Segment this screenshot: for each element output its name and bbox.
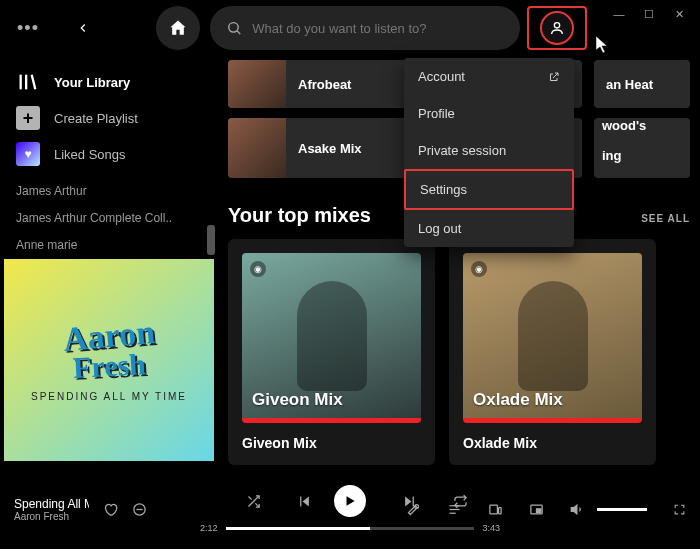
home-button[interactable] bbox=[156, 6, 200, 50]
volume-button[interactable] bbox=[570, 502, 585, 517]
svg-marker-8 bbox=[303, 496, 309, 506]
sidebar-item-label: Create Playlist bbox=[54, 111, 138, 126]
menu-label: Profile bbox=[418, 106, 455, 121]
heart-outline-icon bbox=[103, 502, 118, 517]
svg-point-2 bbox=[554, 23, 559, 28]
play-icon bbox=[343, 494, 357, 508]
search-input[interactable] bbox=[252, 21, 504, 36]
skip-forward-icon bbox=[402, 494, 417, 509]
dislike-button[interactable] bbox=[132, 502, 147, 517]
section-title: Your top mixes bbox=[228, 204, 371, 227]
sidebar: Your Library + Create Playlist ♥ Liked S… bbox=[0, 56, 218, 469]
now-playing-cover[interactable]: Aaron Fresh SPENDING ALL MY TIME bbox=[4, 259, 214, 461]
mix-overlay-name: Oxlade Mix bbox=[473, 390, 563, 410]
chevron-left-icon bbox=[76, 21, 90, 35]
spotify-logo-icon: ◉ bbox=[250, 261, 266, 277]
mix-image: ◉ Giveon Mix bbox=[242, 253, 421, 423]
search-container[interactable] bbox=[210, 6, 520, 50]
next-button[interactable] bbox=[402, 494, 417, 509]
see-all-link[interactable]: SEE ALL bbox=[641, 213, 690, 224]
sidebar-create-playlist[interactable]: + Create Playlist bbox=[0, 100, 218, 136]
home-icon bbox=[168, 18, 188, 38]
mix-card-giveon[interactable]: ◉ Giveon Mix Giveon Mix bbox=[228, 239, 435, 465]
menu-label: Log out bbox=[418, 221, 461, 236]
window-minimize[interactable]: — bbox=[604, 0, 634, 28]
app-menu-button[interactable]: ••• bbox=[8, 18, 48, 39]
pip-icon bbox=[529, 502, 544, 517]
shortcut-label: ing bbox=[598, 148, 626, 178]
mix-caption: Oxlade Mix bbox=[463, 435, 642, 451]
library-icon bbox=[16, 70, 40, 94]
user-icon bbox=[549, 20, 565, 36]
mix-image: ◉ Oxlade Mix bbox=[463, 253, 642, 423]
mix-card-oxlade[interactable]: ◉ Oxlade Mix Oxlade Mix bbox=[449, 239, 656, 465]
sidebar-playlist-item[interactable]: Anne marie bbox=[0, 232, 218, 259]
expand-icon bbox=[673, 503, 686, 516]
profile-button[interactable] bbox=[540, 11, 574, 45]
profile-dropdown: Account Profile Private session Settings… bbox=[404, 58, 574, 247]
search-icon bbox=[226, 19, 242, 37]
shortcut-label: an Heat bbox=[594, 77, 690, 92]
menu-settings[interactable]: Settings bbox=[404, 169, 574, 210]
volume-slider[interactable] bbox=[597, 508, 647, 511]
sidebar-playlist-item[interactable]: James Arthur bbox=[0, 178, 218, 205]
mouse-cursor-icon bbox=[596, 36, 610, 54]
sidebar-liked-songs[interactable]: ♥ Liked Songs bbox=[0, 136, 218, 172]
shortcut-african-heat[interactable]: an Heat bbox=[594, 60, 690, 108]
skip-back-icon bbox=[297, 494, 312, 509]
play-button[interactable] bbox=[334, 485, 366, 517]
sidebar-playlist-item[interactable]: James Arthur Complete Coll.. bbox=[0, 205, 218, 232]
svg-rect-12 bbox=[413, 496, 414, 506]
shortcut-label: wood's bbox=[598, 118, 650, 148]
svg-marker-10 bbox=[347, 496, 355, 505]
now-playing-title[interactable]: Spending All M bbox=[14, 497, 89, 511]
mix-caption: Giveon Mix bbox=[242, 435, 421, 451]
sidebar-item-label: Liked Songs bbox=[54, 147, 126, 162]
shuffle-button[interactable] bbox=[246, 494, 261, 509]
sidebar-item-label: Your Library bbox=[54, 75, 130, 90]
menu-label: Private session bbox=[418, 143, 506, 158]
external-link-icon bbox=[548, 71, 560, 83]
menu-private-session[interactable]: Private session bbox=[404, 132, 574, 169]
mix-overlay-name: Giveon Mix bbox=[252, 390, 343, 410]
window-close[interactable]: ✕ bbox=[664, 0, 694, 28]
window-maximize[interactable]: ☐ bbox=[634, 0, 664, 28]
svg-line-1 bbox=[237, 31, 240, 34]
volume-icon bbox=[570, 502, 585, 517]
menu-label: Settings bbox=[420, 182, 467, 197]
menu-profile[interactable]: Profile bbox=[404, 95, 574, 132]
person-silhouette bbox=[518, 281, 588, 391]
svg-line-5 bbox=[32, 75, 36, 90]
previous-button[interactable] bbox=[297, 494, 312, 509]
sidebar-your-library[interactable]: Your Library bbox=[0, 64, 218, 100]
shuffle-icon bbox=[246, 494, 261, 509]
person-silhouette bbox=[297, 281, 367, 391]
svg-point-0 bbox=[229, 23, 239, 33]
plus-icon: + bbox=[16, 106, 40, 130]
duration-time: 3:43 bbox=[482, 523, 500, 533]
svg-marker-11 bbox=[405, 496, 411, 506]
minus-circle-icon bbox=[132, 502, 147, 517]
back-button[interactable] bbox=[68, 13, 98, 43]
repeat-button[interactable] bbox=[453, 494, 468, 509]
spotify-logo-icon: ◉ bbox=[471, 261, 487, 277]
like-button[interactable] bbox=[103, 502, 118, 517]
shortcut-image bbox=[228, 118, 286, 178]
heart-icon: ♥ bbox=[16, 142, 40, 166]
pip-button[interactable] bbox=[529, 502, 544, 517]
fullscreen-button[interactable] bbox=[673, 503, 686, 516]
cover-tagline: SPENDING ALL MY TIME bbox=[31, 391, 187, 402]
sidebar-scrollbar[interactable] bbox=[207, 225, 215, 255]
repeat-icon bbox=[453, 494, 468, 509]
svg-rect-20 bbox=[537, 508, 541, 512]
menu-account[interactable]: Account bbox=[404, 58, 574, 95]
menu-label: Account bbox=[418, 69, 465, 84]
progress-bar[interactable] bbox=[226, 527, 475, 530]
cover-text: Fresh bbox=[72, 348, 146, 386]
shortcut-image bbox=[228, 60, 286, 108]
elapsed-time: 2:12 bbox=[200, 523, 218, 533]
shortcut-hollywoods[interactable]: wood's ing bbox=[594, 118, 690, 178]
menu-log-out[interactable]: Log out bbox=[404, 210, 574, 247]
now-playing-artist[interactable]: Aaron Fresh bbox=[14, 511, 89, 522]
svg-marker-21 bbox=[571, 505, 577, 514]
